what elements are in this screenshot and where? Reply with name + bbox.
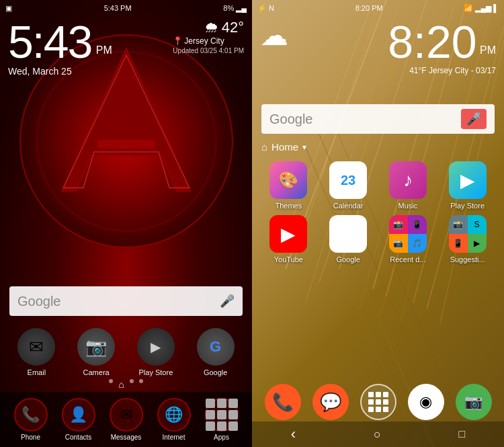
search-bar-right[interactable]: Google 🎤: [261, 104, 495, 134]
g1: [206, 399, 215, 408]
date-left: Wed, March 25: [8, 66, 112, 77]
back-button[interactable]: ‹: [291, 425, 296, 443]
status-bar-right: ⚡ N 8:20 PM 📶 ▂▄▆ ▌: [252, 0, 504, 16]
time-display-right: 8:20: [388, 16, 476, 67]
nfc-icon: N: [269, 4, 274, 12]
app-email[interactable]: ✉ Email: [17, 328, 55, 376]
apps-row-left: ✉ Email 📷 Camera ▶ Play Store G Google: [0, 328, 252, 376]
right-phone: ⚡ N 8:20 PM 📶 ▂▄▆ ▌ ☁ 8:20 PM 41°F Jerse…: [252, 0, 504, 447]
dock-messages[interactable]: ✉ Messages: [110, 398, 143, 441]
mic-icon-left[interactable]: 🎤: [220, 294, 235, 309]
play-store-label-right: Play Store: [450, 202, 485, 210]
internet-icon: 🌐: [157, 398, 191, 432]
google-logo-right: Google: [269, 112, 313, 127]
dock-chrome-right[interactable]: ◉: [408, 384, 444, 420]
dock-messages-right[interactable]: 💬: [312, 384, 349, 420]
home-icon: ⌂: [261, 141, 267, 153]
dot-home: ⌂: [118, 379, 124, 390]
search-bar-left[interactable]: Google 🎤: [9, 286, 243, 316]
date-right: 41°F Jersey City - 03/17: [388, 66, 496, 75]
notification-icon: ▣: [5, 4, 12, 13]
weather-icon-left: 🌧: [204, 19, 219, 36]
signal-icon-right: ▂▄▆: [475, 4, 491, 13]
status-left-icons: ▣: [5, 4, 12, 13]
weather-updated: Updated 03/25 4:01 PM: [173, 47, 244, 54]
recent-icon: 📸 📱 📷 🎵: [389, 215, 427, 253]
g8: [217, 421, 226, 431]
wifi-icon: 📶: [464, 4, 473, 13]
app-google-right[interactable]: Google: [325, 215, 371, 263]
messages-icon: ✉: [110, 398, 143, 432]
g4: [206, 410, 215, 419]
weather-right: ☁: [260, 19, 288, 52]
g5: [217, 410, 226, 419]
apps-dots-right: [368, 392, 388, 412]
dock-contacts[interactable]: 👤 Contacts: [62, 398, 95, 441]
weather-icon-right: ☁: [260, 19, 288, 52]
app-youtube[interactable]: ▶ YouTube: [265, 215, 311, 263]
app-recent[interactable]: 📸 📱 📷 🎵 Recent d...: [385, 215, 431, 263]
mic-icon-right[interactable]: 🎤: [461, 109, 487, 129]
dock-apps[interactable]: Apps: [205, 398, 239, 441]
apps-row-right-2: ▶ YouTube Google 📸 📱 📷 🎵: [256, 215, 500, 263]
dock-left: 📞 Phone 👤 Contacts ✉ Messages 🌐 Internet: [0, 392, 252, 447]
dot-4: [139, 379, 143, 383]
apps-grid-right: 🎨 Themes 23 Calendar ♪ Music ▶ Play Stor…: [252, 161, 504, 269]
status-left-icons-right: ⚡ N: [257, 4, 274, 13]
g7: [206, 421, 215, 431]
mc3: 📷: [389, 234, 408, 253]
ampm-left: PM: [96, 44, 112, 56]
dock-internet[interactable]: 🌐 Internet: [157, 398, 191, 441]
google-label-left: Google: [204, 368, 227, 376]
app-themes[interactable]: 🎨 Themes: [265, 161, 311, 210]
home-label: Home: [271, 141, 298, 153]
calendar-icon: 23: [329, 161, 367, 199]
ms3: 📱: [449, 234, 468, 253]
dock-camera-right[interactable]: 📷: [456, 384, 492, 420]
status-time-right: 8:20 PM: [355, 4, 383, 12]
status-bar-left: ▣ 5:43 PM 8% ▂▄: [0, 0, 252, 16]
temperature-left: 42°: [222, 19, 244, 36]
messages-label: Messages: [111, 434, 142, 441]
suggest-icon: 📸 S 📱 ▶: [449, 215, 487, 253]
calendar-label: Calendar: [333, 202, 364, 210]
recents-button[interactable]: □: [458, 428, 465, 440]
app-music[interactable]: ♪ Music: [385, 161, 431, 210]
dock-apps-right[interactable]: [360, 384, 396, 420]
google-icon-left: G: [197, 328, 235, 366]
location-left: 📍 Jersey City: [173, 36, 244, 46]
time-display-left: 5:43: [8, 16, 91, 67]
home-button[interactable]: ○: [374, 428, 381, 442]
dock-phone[interactable]: 📞 Phone: [14, 398, 48, 441]
ampm-right: PM: [480, 44, 496, 56]
apps-label: Apps: [214, 434, 229, 441]
status-right-icons: 8% ▂▄: [223, 4, 247, 13]
app-suggest[interactable]: 📸 S 📱 ▶ Suggesti...: [445, 215, 491, 263]
dock-phone-right[interactable]: 📞: [265, 384, 301, 420]
page-dots-left: ⌂: [0, 379, 252, 390]
camera-icon: 📷: [77, 328, 115, 366]
music-label: Music: [398, 202, 418, 210]
chevron-down-icon: ▾: [302, 143, 306, 152]
g2: [217, 399, 226, 408]
email-label: Email: [28, 368, 46, 376]
app-play-store[interactable]: ▶ Play Store: [137, 328, 175, 376]
mc2: 📱: [408, 215, 427, 234]
home-bar[interactable]: ⌂ Home ▾: [261, 141, 306, 153]
youtube-icon: ▶: [269, 215, 307, 253]
youtube-label: YouTube: [274, 255, 303, 263]
clock-right: 8:20 PM 41°F Jersey City - 03/17: [388, 19, 496, 75]
themes-label: Themes: [276, 202, 302, 210]
battery-icon-right: ▌: [493, 4, 499, 12]
mc1: 📸: [389, 215, 408, 234]
contacts-label: Contacts: [65, 434, 91, 441]
google-logo-left: Google: [17, 294, 61, 309]
weather-left: 🌧 42° 📍 Jersey City Updated 03/25 4:01 P…: [173, 19, 244, 54]
app-google[interactable]: G Google: [197, 328, 235, 376]
status-right-icons-right: 📶 ▂▄▆ ▌: [464, 4, 499, 13]
clock-left: 5:43 PM Wed, March 25: [8, 19, 112, 77]
app-calendar[interactable]: 23 Calendar: [325, 161, 371, 210]
google-icon-right: [329, 215, 367, 253]
app-camera[interactable]: 📷 Camera: [77, 328, 115, 376]
app-play-store-right[interactable]: ▶ Play Store: [445, 161, 491, 210]
